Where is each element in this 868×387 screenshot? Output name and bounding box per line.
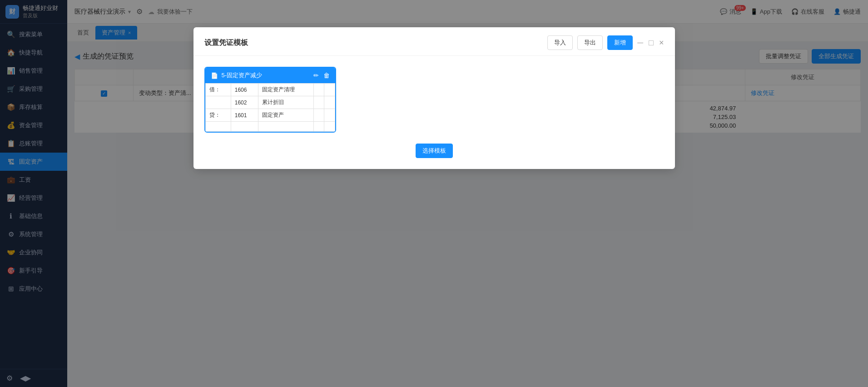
empty-4 [313, 122, 324, 132]
template-list: 📄 5-固定资产减少 ✏ 🗑 借： [204, 67, 664, 133]
export-btn[interactable]: 导出 [577, 35, 603, 50]
modal-maximize-btn[interactable]: □ [649, 39, 654, 47]
template-entry-row: 借： 1606 固定资产清理 [205, 84, 335, 96]
modal-header: 设置凭证模板 导入 导出 新增 ─ □ × [193, 27, 675, 56]
template-card-1: 📄 5-固定资产减少 ✏ 🗑 借： [204, 67, 336, 133]
empty-1 [205, 122, 231, 132]
empty-3 [258, 122, 313, 132]
entry-amount-1 [313, 84, 324, 96]
modal-close-btn[interactable]: × [659, 39, 664, 47]
new-template-btn[interactable]: 新增 [607, 35, 633, 50]
entry-col5-1 [324, 84, 335, 96]
entry-col5-3 [324, 109, 335, 122]
template-card-header: 📄 5-固定资产减少 ✏ 🗑 [205, 68, 335, 83]
template-entries-table: 借： 1606 固定资产清理 1602 累计折旧 [205, 83, 335, 132]
entry-name-2: 累计折旧 [258, 96, 313, 109]
entry-name-3: 固定资产 [258, 109, 313, 122]
entry-amount-2 [313, 96, 324, 109]
template-entry-row-empty [205, 122, 335, 132]
template-entry-row: 1602 累计折旧 [205, 96, 335, 109]
template-card-title: 📄 5-固定资产减少 [211, 71, 263, 79]
empty-5 [324, 122, 335, 132]
template-icon: 📄 [211, 72, 218, 79]
entry-col5-2 [324, 96, 335, 109]
entry-code-1: 1606 [231, 84, 258, 96]
entry-name-1: 固定资产清理 [258, 84, 313, 96]
modal-title: 设置凭证模板 [204, 38, 248, 48]
template-card-actions: ✏ 🗑 [313, 72, 330, 79]
modal-window-controls: ─ □ × [637, 39, 664, 47]
entry-direction-1: 借： [205, 84, 231, 96]
entry-code-3: 1601 [231, 109, 258, 122]
modal-header-actions: 导入 导出 新增 ─ □ × [547, 35, 664, 50]
entry-direction-3: 贷： [205, 109, 231, 122]
entry-amount-3 [313, 109, 324, 122]
entry-code-2: 1602 [231, 96, 258, 109]
template-delete-btn[interactable]: 🗑 [323, 72, 330, 79]
entry-direction-2 [205, 96, 231, 109]
modal-body: 📄 5-固定资产减少 ✏ 🗑 借： [193, 56, 675, 169]
modal-dialog: 设置凭证模板 导入 导出 新增 ─ □ × 📄 5-固定资产减少 [193, 27, 675, 169]
template-card-body: 借： 1606 固定资产清理 1602 累计折旧 [205, 83, 335, 132]
import-btn[interactable]: 导入 [547, 35, 573, 50]
modal-overlay: 设置凭证模板 导入 导出 新增 ─ □ × 📄 5-固定资产减少 [0, 0, 868, 387]
template-entry-row: 贷： 1601 固定资产 [205, 109, 335, 122]
modal-minimize-btn[interactable]: ─ [637, 39, 643, 47]
empty-2 [231, 122, 258, 132]
select-template-btn[interactable]: 选择模板 [416, 144, 453, 158]
template-edit-btn[interactable]: ✏ [313, 72, 319, 79]
